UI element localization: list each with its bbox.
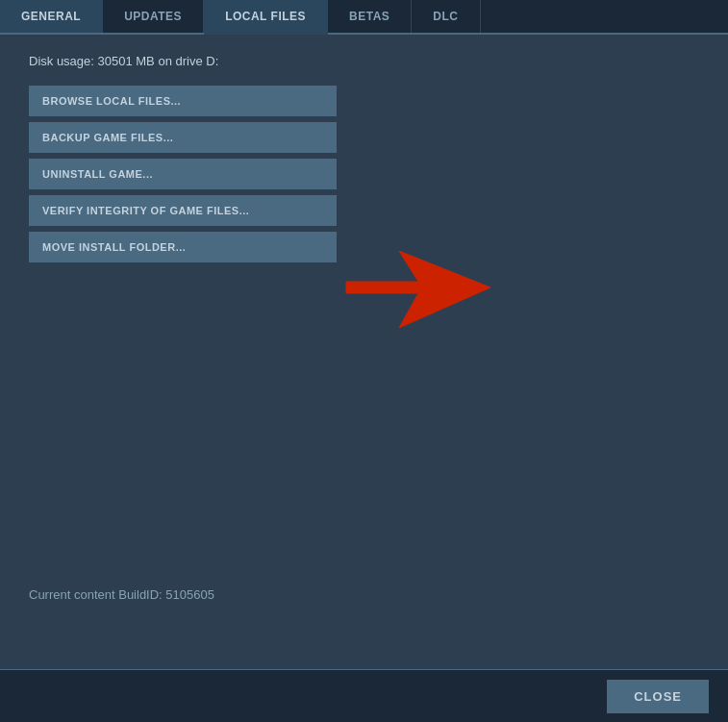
close-button[interactable]: CLOSE bbox=[607, 680, 709, 713]
build-id-label: Current content BuildID: 5105605 bbox=[29, 587, 214, 602]
disk-usage-label: Disk usage: 30501 MB on drive D: bbox=[29, 54, 699, 68]
tab-general[interactable]: GENERAL bbox=[0, 0, 103, 33]
tab-local-files[interactable]: LOCAL FILES bbox=[204, 0, 328, 35]
steam-properties-window: GENERAL UPDATES LOCAL FILES BETAS DLC Di… bbox=[0, 0, 728, 722]
backup-game-files-button[interactable]: BACKUP GAME FILES... bbox=[29, 122, 337, 153]
tab-updates[interactable]: UPDATES bbox=[103, 0, 204, 33]
footer: CLOSE bbox=[0, 669, 728, 722]
tab-bar: GENERAL UPDATES LOCAL FILES BETAS DLC bbox=[0, 0, 728, 35]
tab-dlc[interactable]: DLC bbox=[412, 0, 480, 33]
main-content: Disk usage: 30501 MB on drive D: BROWSE … bbox=[0, 35, 728, 669]
browse-local-files-button[interactable]: BROWSE LOCAL FILES... bbox=[29, 86, 337, 116]
move-install-folder-button[interactable]: MOVE INSTALL FOLDER... bbox=[29, 232, 337, 262]
svg-marker-0 bbox=[346, 251, 490, 328]
tab-betas[interactable]: BETAS bbox=[328, 0, 412, 33]
action-buttons-section: BROWSE LOCAL FILES... BACKUP GAME FILES.… bbox=[29, 86, 337, 262]
uninstall-game-button[interactable]: UNINSTALL GAME... bbox=[29, 159, 337, 189]
verify-integrity-button[interactable]: VERIFY INTEGRITY OF GAME FILES... bbox=[29, 195, 337, 226]
